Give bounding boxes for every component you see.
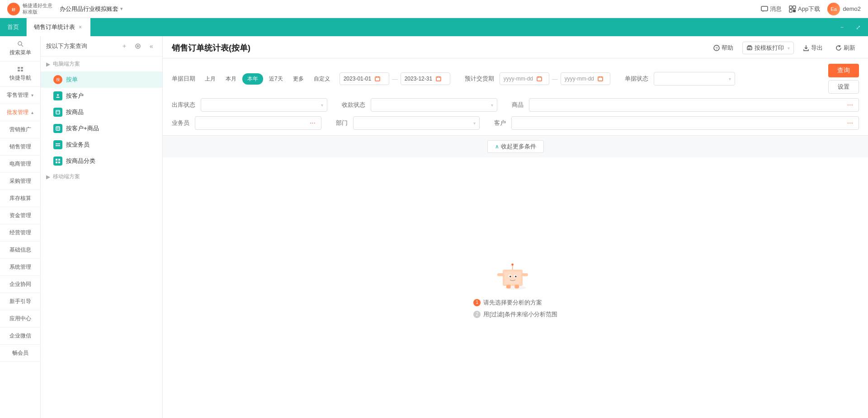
page-title: 销售订单统计表(按单) (172, 43, 250, 53)
scheme-item-by-salesperson[interactable]: 按业务员 (41, 137, 162, 153)
department-label: 部门 (336, 119, 348, 127)
salesperson-picker-icon[interactable]: ··· (308, 119, 317, 127)
svg-line-8 (21, 45, 23, 47)
scheme-by-customer-product-icon (53, 124, 62, 133)
shortcut-this-month[interactable]: 本月 (222, 73, 241, 85)
sidebar-item-enterprise[interactable]: 企业协同 (0, 276, 40, 293)
message-button[interactable]: 消息 (761, 5, 782, 13)
sidebar-item-member[interactable]: 畅会员 (0, 345, 40, 362)
main-layout: 搜索菜单 快捷导航 零售管理 ▾ 批发管理 ▴ 营销推广 销售管理 电商管理 采… (0, 36, 868, 418)
scheme-item-by-customer-product[interactable]: 按客户+商品 (41, 120, 162, 137)
svg-rect-4 (793, 6, 796, 9)
scheme-item-by-order[interactable]: 按 按单 (41, 71, 162, 88)
date-end-input[interactable]: 2023-12-31 (401, 72, 450, 85)
svg-text:好: 好 (11, 8, 16, 12)
sidebar-item-wholesale[interactable]: 批发管理 ▴ (0, 104, 40, 121)
tab-home[interactable]: 首页 (0, 18, 27, 36)
print-button[interactable]: 按模板打印 ▾ (742, 42, 794, 54)
svg-rect-24 (56, 159, 57, 161)
query-button[interactable]: 查询 (828, 64, 859, 77)
scheme-item-by-product-category[interactable]: 按商品分类 (41, 153, 162, 169)
sidebar-item-app-center[interactable]: 应用中心 (0, 310, 40, 328)
scheme-item-by-customer[interactable]: 按客户 (41, 88, 162, 104)
tip-2-number: 2 (473, 311, 481, 318)
expected-end-input[interactable]: yyyy-mm-dd (561, 72, 610, 85)
sidebar-item-newbie[interactable]: 新手引导 (0, 293, 40, 310)
expected-start-input[interactable]: yyyy-mm-dd (500, 72, 549, 85)
sidebar-item-inventory[interactable]: 库存核算 (0, 190, 40, 207)
collapse-conditions-button[interactable]: ∧ 收起更多条件 (487, 140, 544, 153)
settings-button[interactable]: 设置 (828, 80, 859, 94)
help-button[interactable]: ? 帮助 (710, 42, 737, 54)
salesperson-label: 业务员 (172, 119, 189, 127)
customer-input[interactable]: ··· (511, 116, 859, 130)
svg-rect-47 (505, 271, 521, 284)
date-range-separator: — (392, 76, 398, 82)
customer-picker-icon[interactable]: ··· (845, 119, 855, 127)
sidebar-item-ecommerce[interactable]: 电商管理 (0, 156, 40, 173)
mobile-schemes-label: ▶ 移动端方案 (41, 169, 162, 184)
scheme-panel: 按以下方案查询 ＋ « ▶ 电脑端方案 按 按单 (41, 36, 163, 418)
sidebar-item-system[interactable]: 系统管理 (0, 259, 40, 276)
calendar-end-icon (436, 76, 441, 81)
svg-rect-39 (537, 77, 542, 81)
collapse-scheme-panel-button[interactable]: « (146, 41, 157, 52)
sidebar-item-sales[interactable]: 销售管理 (0, 138, 40, 156)
goods-picker-icon[interactable]: ··· (845, 101, 855, 109)
export-button[interactable]: 导出 (799, 42, 826, 54)
svg-text:?: ? (715, 46, 717, 51)
sidebar-item-retail[interactable]: 零售管理 ▾ (0, 87, 40, 104)
add-scheme-button[interactable]: ＋ (119, 41, 130, 52)
sidebar-item-purchase[interactable]: 采购管理 (0, 173, 40, 190)
scheme-panel-title: 按以下方案查询 (46, 42, 115, 50)
page-actions: ? 帮助 按模板打印 ▾ 导出 刷新 (710, 42, 859, 54)
shortcut-last-month[interactable]: 上月 (201, 73, 220, 85)
tab-bar-actions: － ⤢ (835, 21, 868, 33)
search-icon (17, 41, 24, 47)
filter-row-1: 单据日期 上月 本月 本年 近7天 更多 自定义 2023-01-01 (172, 64, 859, 94)
sidebar-item-wechat[interactable]: 企业微信 (0, 328, 40, 345)
svg-rect-32 (748, 49, 750, 49)
scheme-item-by-product[interactable]: 按商品 (41, 104, 162, 120)
delivery-status-select[interactable]: ▾ (201, 98, 327, 112)
tab-close-icon[interactable]: × (78, 23, 83, 31)
svg-rect-25 (58, 159, 60, 161)
shortcut-this-year[interactable]: 本年 (242, 73, 263, 85)
sidebar-item-basic-info[interactable]: 基础信息 (0, 242, 40, 259)
sidebar-quick-nav[interactable]: 快捷导航 (0, 62, 40, 87)
svg-rect-54 (497, 273, 504, 276)
logo-area: 好 畅捷通好生意 标准版 (7, 3, 52, 15)
edit-icon (135, 43, 141, 49)
action-buttons: 查询 设置 (828, 64, 859, 94)
scheme-panel-actions: ＋ « (119, 41, 157, 52)
salesperson-input[interactable]: ··· (195, 116, 321, 130)
svg-point-51 (515, 276, 516, 277)
refresh-button[interactable]: 刷新 (832, 42, 859, 54)
sidebar-item-finance[interactable]: 资金管理 (0, 207, 40, 224)
company-selector[interactable]: 办公用品行业模拟账套 ▾ (56, 3, 127, 15)
sidebar-item-operations[interactable]: 经营管理 (0, 224, 40, 242)
user-menu[interactable]: Ea demo2 (827, 3, 861, 15)
shortcut-7days[interactable]: 近7天 (265, 73, 287, 85)
order-status-select[interactable]: ▾ (654, 72, 735, 86)
goods-input[interactable]: ··· (529, 98, 859, 112)
main-panel: 销售订单统计表(按单) ? 帮助 按模板打印 ▾ 导出 (163, 36, 868, 418)
svg-rect-31 (748, 48, 751, 48)
tab-bar: 首页 销售订单统计表 × － ⤢ (0, 18, 868, 36)
sidebar-item-marketing[interactable]: 营销推广 (0, 121, 40, 138)
scheme-by-product-icon (53, 108, 62, 117)
page-title-bar: 销售订单统计表(按单) ? 帮助 按模板打印 ▾ 导出 (163, 36, 868, 58)
shortcut-custom[interactable]: 自定义 (310, 73, 334, 85)
shortcut-more[interactable]: 更多 (289, 73, 308, 85)
edit-scheme-button[interactable] (132, 41, 143, 52)
tab-sales-statistics[interactable]: 销售订单统计表 × (27, 18, 90, 36)
date-start-input[interactable]: 2023-01-01 (340, 72, 389, 85)
tab-maximize-button[interactable]: ⤢ (852, 21, 864, 33)
payment-status-select[interactable]: ▾ (371, 98, 497, 112)
app-download-button[interactable]: App下载 (789, 5, 820, 13)
tab-minimize-button[interactable]: － (835, 21, 848, 33)
svg-rect-12 (21, 70, 23, 71)
department-select[interactable]: ▾ (353, 116, 480, 130)
sidebar-search[interactable]: 搜索菜单 (0, 36, 40, 62)
scheme-by-order-icon: 按 (53, 75, 62, 84)
